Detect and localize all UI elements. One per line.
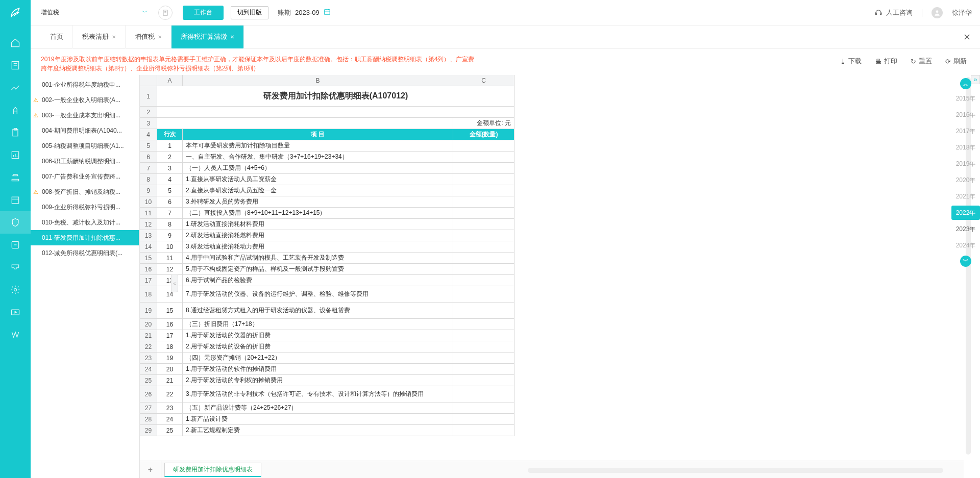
row-amount[interactable]: [453, 264, 514, 275]
year-2016年[interactable]: 2016年: [951, 108, 980, 122]
form-item-10[interactable]: 011-研发费用加计扣除优惠...: [31, 230, 139, 245]
row-item[interactable]: （二）直接投入费用（8+9+10+11+12+13+14+15）: [183, 208, 453, 219]
form-item-9[interactable]: 010-免税、减计收入及加计...: [31, 215, 139, 230]
support-link[interactable]: 人工咨询: [875, 8, 913, 17]
tab-3[interactable]: 所得税汇算清缴✕: [172, 26, 244, 48]
row-item[interactable]: 4.用于中间试验和产品试制的模具、工艺装备开发及制造费: [183, 253, 453, 264]
row-amount[interactable]: [453, 330, 514, 341]
year-2019年[interactable]: 2019年: [951, 157, 980, 171]
row-amount[interactable]: [453, 140, 514, 152]
rail-clipboard[interactable]: [0, 121, 31, 144]
row-item[interactable]: （三）折旧费用（17+18）: [183, 319, 453, 330]
close-icon[interactable]: ✕: [230, 34, 234, 40]
rail-video[interactable]: [0, 301, 31, 323]
rail-calendar[interactable]: [0, 189, 31, 211]
row-amount[interactable]: [453, 219, 514, 230]
reset-button[interactable]: ↻ 重置: [911, 57, 932, 66]
form-item-8[interactable]: 009-企业所得税弥补亏损明...: [31, 199, 139, 215]
user-name[interactable]: 徐泽华: [952, 8, 972, 17]
doc-icon-button[interactable]: [158, 6, 173, 20]
rail-settings[interactable]: [0, 279, 31, 301]
row-item[interactable]: 2.用于研发活动的设备的折旧费: [183, 341, 453, 353]
rail-tax[interactable]: [0, 211, 31, 234]
form-item-1[interactable]: ⚠002-一般企业收入明细表(A...: [31, 92, 139, 108]
row-amount[interactable]: [453, 185, 514, 196]
row-item[interactable]: 1.用于研发活动的软件的摊销费用: [183, 364, 453, 375]
row-amount[interactable]: [453, 275, 514, 286]
row-item[interactable]: 8.通过经营租赁方式租入的用于研发活动的仪器、设备租赁费: [183, 303, 453, 319]
row-amount[interactable]: [453, 196, 514, 208]
row-amount[interactable]: [453, 386, 514, 402]
form-item-0[interactable]: 001-企业所得税年度纳税申...: [31, 77, 139, 92]
row-item[interactable]: 3.用于研发活动的非专利技术（包括许可证、专有技术、设计和计算方法等）的摊销费用: [183, 386, 453, 402]
form-item-7[interactable]: ⚠008-资产折旧、摊销及纳税...: [31, 184, 139, 199]
refresh-button[interactable]: ⟳ 刷新: [945, 57, 967, 66]
close-page-icon[interactable]: ✕: [963, 32, 971, 43]
row-item[interactable]: 2.直接从事研发活动人员五险一金: [183, 185, 453, 196]
year-2015年[interactable]: 2015年: [951, 91, 980, 106]
form-item-5[interactable]: 006-职工薪酬纳税调整明细...: [31, 154, 139, 169]
calendar-icon[interactable]: [324, 8, 331, 17]
row-amount[interactable]: [453, 341, 514, 353]
rail-inbox[interactable]: [0, 256, 31, 279]
rail-home[interactable]: [0, 32, 31, 54]
close-icon[interactable]: ✕: [158, 34, 162, 40]
add-sheet-button[interactable]: +: [140, 461, 161, 479]
row-item[interactable]: （一）人员人工费用（4+5+6）: [183, 163, 453, 174]
row-item[interactable]: （五）新产品设计费等（24+25+26+27）: [183, 402, 453, 414]
rail-assets[interactable]: [0, 99, 31, 121]
row-amount[interactable]: [453, 163, 514, 174]
year-2021年[interactable]: 2021年: [951, 189, 980, 204]
form-item-3[interactable]: 004-期间费用明细表(A1040...: [31, 123, 139, 138]
collapse-handle[interactable]: «: [171, 274, 178, 292]
year-2024年[interactable]: 2024年: [951, 238, 980, 253]
row-item[interactable]: 1.直接从事研发活动人员工资薪金: [183, 174, 453, 185]
user-avatar[interactable]: [932, 7, 943, 18]
tab-2[interactable]: 增值税✕: [126, 26, 172, 48]
close-icon[interactable]: ✕: [112, 34, 116, 40]
download-button[interactable]: ⤓ 下载: [840, 57, 862, 66]
app-logo[interactable]: [0, 0, 31, 26]
rail-analytics[interactable]: [0, 77, 31, 99]
row-item[interactable]: 2.研发活动直接消耗燃料费用: [183, 230, 453, 241]
row-amount[interactable]: [453, 208, 514, 219]
row-amount[interactable]: [453, 425, 514, 436]
tax-type-dropdown[interactable]: 增值税 ﹀: [41, 5, 148, 20]
row-item[interactable]: 3.外聘研发人员的劳务费用: [183, 196, 453, 208]
row-amount[interactable]: [453, 152, 514, 163]
row-amount[interactable]: [453, 375, 514, 386]
form-item-11[interactable]: 012-减免所得税优惠明细表(...: [31, 245, 139, 261]
year-scroll-up[interactable]: ︽: [960, 78, 971, 89]
row-amount[interactable]: [453, 230, 514, 241]
tab-0[interactable]: 首页: [41, 26, 73, 48]
row-item[interactable]: 本年可享受研发费用加计扣除项目数量: [183, 140, 453, 152]
year-scroll-down[interactable]: ︾: [960, 256, 971, 267]
year-2017年[interactable]: 2017年: [951, 124, 980, 138]
row-item[interactable]: 6.用于试制产品的检验费: [183, 275, 453, 286]
rail-ledger[interactable]: [0, 54, 31, 77]
row-amount[interactable]: [453, 364, 514, 375]
form-item-6[interactable]: 007-广告费和业务宣传费跨...: [31, 169, 139, 184]
row-amount[interactable]: [453, 319, 514, 330]
row-item[interactable]: 1.新产品设计费: [183, 414, 453, 425]
row-item[interactable]: 一、自主研发、合作研发、集中研发（3+7+16+19+23+34）: [183, 152, 453, 163]
row-item[interactable]: 1.研发活动直接消耗材料费用: [183, 219, 453, 230]
period-value[interactable]: 2023-09: [295, 9, 320, 16]
form-item-4[interactable]: 005-纳税调整项目明细表(A1...: [31, 138, 139, 154]
rail-vip[interactable]: [0, 323, 31, 346]
sheet-tab[interactable]: 研发费用加计扣除优惠明细表: [164, 463, 261, 477]
row-amount[interactable]: [453, 414, 514, 425]
year-2022年[interactable]: 2022年: [951, 206, 980, 220]
row-item[interactable]: 2.用于研发活动的专利权的摊销费用: [183, 375, 453, 386]
row-item[interactable]: 5.用于不构成固定资产的样品、样机及一般测试手段购置费: [183, 264, 453, 275]
row-item[interactable]: 3.研发活动直接消耗动力费用: [183, 241, 453, 253]
old-version-button[interactable]: 切到旧版: [231, 6, 268, 19]
row-amount[interactable]: [453, 286, 514, 303]
print-button[interactable]: 🖶 打印: [875, 57, 897, 66]
workbench-button[interactable]: 工作台: [183, 6, 224, 20]
row-amount[interactable]: [453, 353, 514, 364]
tab-1[interactable]: 税表清册✕: [73, 26, 126, 48]
row-item[interactable]: 2.新工艺规程制定费: [183, 425, 453, 436]
year-2023年[interactable]: 2023年: [951, 222, 980, 236]
row-item[interactable]: 7.用于研发活动的仪器、设备的运行维护、调整、检验、维修等费用: [183, 286, 453, 303]
